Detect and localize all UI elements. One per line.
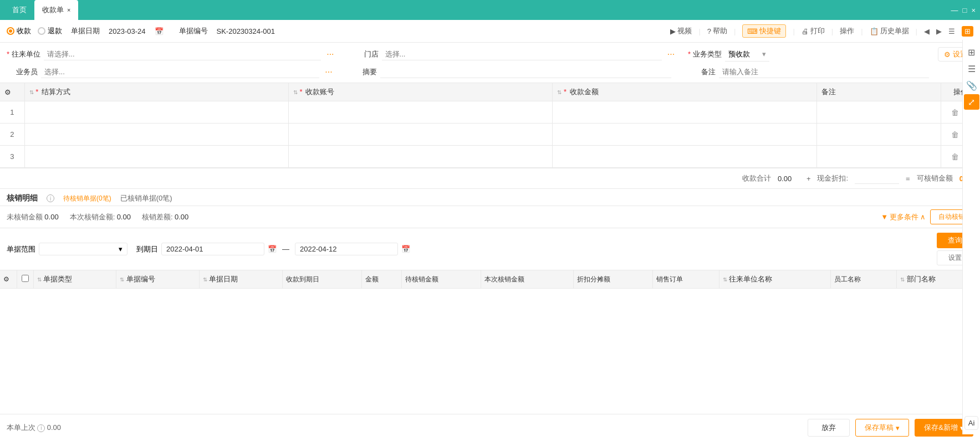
col-account-header: ⇅ * 收款账号 <box>288 83 552 101</box>
receipt-radio-circle <box>7 27 14 35</box>
calendar-start-icon[interactable]: 📅 <box>268 245 277 253</box>
recon-title: 核销明细 <box>7 193 38 203</box>
discount-input[interactable] <box>855 173 899 184</box>
summary-label: 摘要 <box>346 67 377 77</box>
remark-input[interactable] <box>719 66 929 78</box>
date-dash: — <box>282 245 289 253</box>
unchecked-stat: 未核销金额 0.00 <box>7 212 59 222</box>
date-filter: 到期日 📅 — 📅 <box>136 243 410 255</box>
partner-field: 往来单位 ··· <box>7 48 334 60</box>
tab-close-icon[interactable]: × <box>67 7 70 13</box>
sidebar-list-icon[interactable]: ☰ <box>964 61 979 76</box>
discount-label: 现金折扣: <box>817 173 848 183</box>
col-remark-header: 备注 <box>816 83 941 101</box>
ai-button[interactable]: Ai <box>964 416 979 430</box>
window-controls: — □ × <box>951 6 976 14</box>
row-3-remark[interactable] <box>816 146 941 168</box>
row-1-remark[interactable] <box>816 101 941 124</box>
sidebar-table-icon[interactable]: ⊞ <box>964 44 979 60</box>
save-draft-btn[interactable]: 保存草稿 ▾ <box>855 419 909 437</box>
employee-label: 业务员 <box>7 67 38 77</box>
row-3-settlement[interactable] <box>24 146 288 168</box>
biztype-field: 业务类型 预收款 ▾ <box>688 48 933 61</box>
help-btn[interactable]: ? 帮助 <box>707 26 727 36</box>
row-1-delete-icon[interactable]: 🗑 <box>951 108 959 117</box>
sidebar-expand-icon[interactable]: ⤢ <box>964 94 979 110</box>
summary-input[interactable] <box>380 66 672 78</box>
save-draft-chevron-icon: ▾ <box>896 424 900 432</box>
col-settings-header[interactable]: ⚙ <box>0 83 24 101</box>
date-start-input[interactable] <box>161 243 264 255</box>
calendar-end-icon[interactable]: 📅 <box>401 245 410 253</box>
nav-left-icon[interactable]: ◀ <box>924 27 930 35</box>
row-3-account[interactable] <box>288 146 552 168</box>
pending-tab[interactable]: 待核销单据(0笔) <box>63 194 111 203</box>
number-value: SK-20230324-001 <box>217 27 275 35</box>
row-3-delete-icon[interactable]: 🗑 <box>951 152 959 161</box>
sidebar-attach-icon[interactable]: 📎 <box>964 78 979 93</box>
date-icon[interactable]: 📅 <box>155 27 164 35</box>
history-btn[interactable]: 📋 历史单据 <box>870 26 909 36</box>
print-btn[interactable]: 🖨 打印 <box>802 26 825 36</box>
tab-bar: 首页 收款单 × — □ × <box>0 0 980 20</box>
window-min-btn[interactable]: — <box>951 6 958 14</box>
row-1-account[interactable] <box>288 101 552 124</box>
employee-more-icon[interactable]: ··· <box>325 67 332 77</box>
date-label: 单据日期 <box>71 26 100 36</box>
col-check-header[interactable]: ⚙ <box>0 270 17 289</box>
tab-receipt[interactable]: 收款单 × <box>34 0 78 20</box>
grid-view-icon[interactable]: ⊞ <box>962 26 973 37</box>
row-2-amount[interactable] <box>553 124 816 146</box>
abandon-btn[interactable]: 放弃 <box>808 419 850 437</box>
summary-field: 摘要 <box>346 66 672 78</box>
shop-input[interactable] <box>382 48 662 60</box>
shop-more-icon[interactable]: ··· <box>667 49 675 59</box>
list-view-icon[interactable]: ☰ <box>948 27 955 35</box>
shortcut-btn[interactable]: ⌨ 快捷键 <box>742 24 786 38</box>
video-icon: ▶ <box>670 27 676 35</box>
employee-input[interactable] <box>41 66 319 78</box>
col-current-header: 本次核销金额 <box>481 270 574 289</box>
refund-radio-circle <box>38 27 45 35</box>
refund-radio[interactable]: 退款 <box>38 26 62 36</box>
diff-stat: 核销差额: 0.00 <box>142 212 188 222</box>
biztype-select[interactable]: 预收款 ▾ <box>725 48 769 61</box>
tab-home-label: 首页 <box>12 5 27 15</box>
partner-input[interactable] <box>44 48 321 60</box>
col-pending-header: 待核销金额 <box>402 270 481 289</box>
range-select[interactable]: ▾ <box>39 243 127 255</box>
row-1-settlement[interactable] <box>24 101 288 124</box>
window-max-btn[interactable]: □ <box>963 6 967 14</box>
partner-more-icon[interactable]: ··· <box>326 49 334 59</box>
footer-info-icon[interactable]: i <box>37 424 45 432</box>
bottom-table-container: ⚙ ⇅ 单据类型 ⇅ 单据编号 ⇅ <box>0 270 980 414</box>
window-close-btn[interactable]: × <box>971 6 976 14</box>
tab-home[interactable]: 首页 <box>4 0 34 20</box>
right-sidebar: ⊞ ☰ 📎 ⤢ Ai <box>962 40 980 434</box>
row-2-account[interactable] <box>288 124 552 146</box>
date-end-input[interactable] <box>295 243 398 255</box>
video-btn[interactable]: ▶ 视频 <box>670 26 692 36</box>
row-2-delete-icon[interactable]: 🗑 <box>951 130 959 139</box>
refund-radio-label: 退款 <box>48 26 62 36</box>
recon-info-icon[interactable]: i <box>47 194 54 202</box>
done-tab[interactable]: 已核销单据(0笔) <box>120 193 172 203</box>
row-1-amount[interactable] <box>553 101 816 124</box>
row-3-amount[interactable] <box>553 146 816 168</box>
row-num-2: 2 <box>0 124 24 146</box>
tab-receipt-label: 收款单 <box>42 5 64 15</box>
nav-right-icon[interactable]: ▶ <box>936 27 942 35</box>
col-employee-header: 员工名称 <box>830 270 897 289</box>
select-all-checkbox[interactable] <box>22 275 29 282</box>
col-due-date-header: 收款到期日 <box>282 270 361 289</box>
row-2-settlement[interactable] <box>24 124 288 146</box>
form-row-1: 往来单位 ··· 门店 ··· 业务类型 预收款 ▾ ⚙ 设置 <box>7 47 973 61</box>
receipt-radio[interactable]: 收款 <box>7 26 31 36</box>
operate-btn[interactable]: 操作 <box>840 26 854 36</box>
more-conditions-btn[interactable]: ▼ 更多条件 ∧ <box>881 212 926 222</box>
col-check-box-header[interactable] <box>17 270 33 289</box>
row-2-remark[interactable] <box>816 124 941 146</box>
shortcut-icon: ⌨ <box>747 27 758 35</box>
recon-stats: 未核销金额 0.00 本次核销金额: 0.00 核销差额: 0.00 ▼ 更多条… <box>0 206 980 228</box>
available-label: 可核销金额 <box>917 173 953 183</box>
